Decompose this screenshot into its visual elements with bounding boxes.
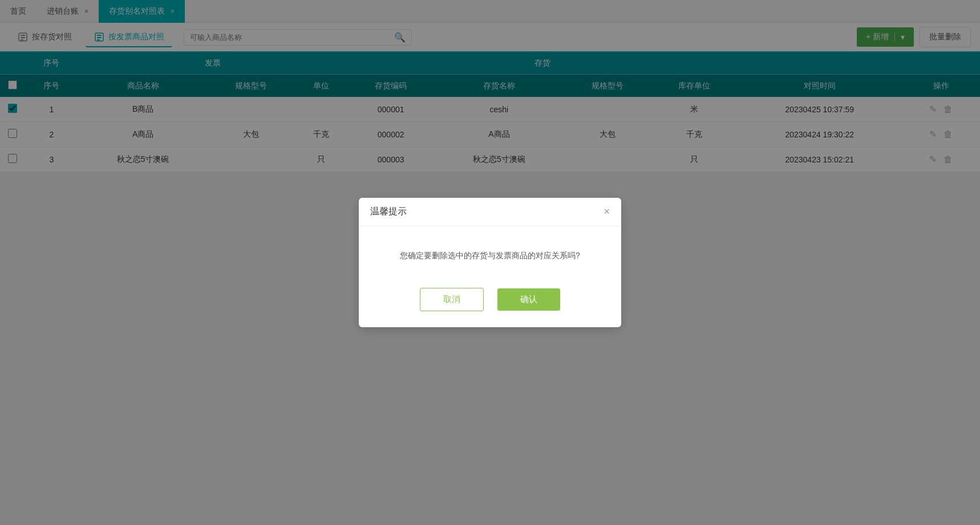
dialog-message: 您确定要删除选中的存货与发票商品的对应关系吗?	[400, 251, 580, 260]
dialog-header: 温馨提示 ×	[359, 198, 621, 226]
dialog-confirm-button[interactable]: 确认	[497, 288, 560, 311]
dialog-footer: 取消 确认	[359, 279, 621, 327]
dialog-close-button[interactable]: ×	[604, 206, 610, 218]
confirm-dialog: 温馨提示 × 您确定要删除选中的存货与发票商品的对应关系吗? 取消 确认	[359, 198, 621, 327]
dialog-body: 您确定要删除选中的存货与发票商品的对应关系吗?	[359, 226, 621, 279]
dialog-title: 温馨提示	[370, 206, 407, 218]
dialog-cancel-button[interactable]: 取消	[420, 288, 484, 311]
confirm-dialog-overlay: 温馨提示 × 您确定要删除选中的存货与发票商品的对应关系吗? 取消 确认	[0, 0, 980, 525]
